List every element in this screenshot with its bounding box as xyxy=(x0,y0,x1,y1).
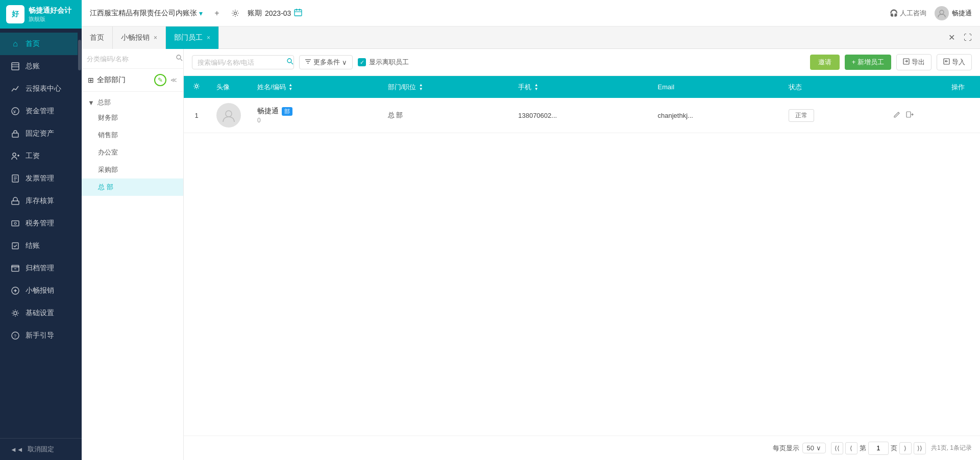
add-employee-button[interactable]: + 新增员工 xyxy=(845,55,891,70)
sidebar-scrollbar[interactable] xyxy=(78,29,82,438)
export-button[interactable]: 导出 xyxy=(896,54,932,70)
next-page-btn[interactable]: ⟩ xyxy=(899,442,912,454)
sidebar-item-archive[interactable]: 归档管理 xyxy=(0,257,78,279)
tax-icon xyxy=(10,218,20,228)
table-header-row: 头像 姓名/编码 ▲▼ 部门/职位 ▲▼ 手机 ▲▼ xyxy=(184,76,980,98)
filter-chevron-icon: ∨ xyxy=(342,59,347,66)
employee-avatar xyxy=(216,103,241,127)
tab-expand-btn[interactable]: ⛶ xyxy=(962,32,974,44)
filter-button[interactable]: 更多条件 ∨ xyxy=(299,55,353,69)
sidebar-item-guide[interactable]: ? 新手引导 xyxy=(0,324,78,347)
page-navigation: ⟨⟨ ⟨ 第 页 ⟩ ⟩⟩ xyxy=(831,442,926,455)
dept-search-icon[interactable] xyxy=(176,54,183,63)
first-page-btn[interactable]: ⟨⟨ xyxy=(831,442,843,454)
sidebar-item-tax[interactable]: 税务管理 xyxy=(0,212,78,235)
tab-expense-close[interactable]: × xyxy=(154,34,157,41)
row-name-cell: 畅捷通 部 0 xyxy=(250,98,381,133)
page-prefix-label: 第 xyxy=(860,444,866,453)
sidebar-item-home[interactable]: ⌂ 首页 xyxy=(0,33,78,55)
tab-home[interactable]: 首页 xyxy=(82,27,113,49)
sidebar-item-ledger[interactable]: 总账 xyxy=(0,55,78,78)
period-selector[interactable]: 账期 2023-03 xyxy=(248,8,302,18)
prev-page-btn[interactable]: ⟨ xyxy=(845,442,857,454)
show-resigned-checkbox[interactable]: ✓ xyxy=(358,58,366,66)
page-number-input[interactable] xyxy=(868,442,889,455)
page-size-selector: 每页显示 50 ∨ xyxy=(773,443,826,453)
sidebar-item-settings[interactable]: 基础设置 xyxy=(0,302,78,324)
th-phone[interactable]: 手机 ▲▼ xyxy=(511,76,650,98)
company-selector[interactable]: 江西服宝精品有限责任公司内账张 ▾ xyxy=(90,9,203,18)
dept-item-sales[interactable]: 销售部 xyxy=(82,126,183,144)
th-name[interactable]: 姓名/编码 ▲▼ xyxy=(250,76,381,98)
nav-label-ledger: 总账 xyxy=(26,62,40,71)
dept-collapse-btn[interactable]: ≪ xyxy=(170,76,177,84)
all-dept-label[interactable]: ⊞ 全部部门 xyxy=(88,75,150,85)
last-page-btn[interactable]: ⟩⟩ xyxy=(914,442,926,454)
sidebar-item-funds[interactable]: ¥ 资金管理 xyxy=(0,100,78,122)
toolbar-right: 邀请 + 新增员工 导出 导入 xyxy=(810,54,972,70)
dept-item-headquarters[interactable]: 总 部 xyxy=(82,178,183,196)
archive-icon xyxy=(10,263,20,273)
show-resigned-toggle[interactable]: ✓ 显示离职员工 xyxy=(358,58,409,67)
employee-status: 正常 xyxy=(789,109,814,122)
employee-search-icon[interactable] xyxy=(286,58,293,67)
nav-label-assets: 固定资产 xyxy=(26,129,54,138)
th-settings[interactable] xyxy=(184,76,209,98)
row-phone-cell: 138070602... xyxy=(511,98,650,133)
settings-icon xyxy=(10,308,20,318)
filter-label: 更多条件 xyxy=(313,58,340,67)
sidebar: 好 畅捷通好会计 旗舰版 ⌂ 首页 总账 云报表中心 xyxy=(0,0,82,460)
th-dept-label: 部门/职位 xyxy=(388,83,416,91)
sidebar-item-invoice[interactable]: 发票管理 xyxy=(0,167,78,190)
dept-item-finance[interactable]: 财务部 xyxy=(82,109,183,126)
dept-group-parent[interactable]: ▼ 总部 xyxy=(82,94,183,109)
row-status-cell: 正常 xyxy=(781,98,886,133)
th-avatar: 头像 xyxy=(209,76,250,98)
sidebar-item-reports[interactable]: 云报表中心 xyxy=(0,78,78,100)
tab-close-btn[interactable]: ✕ xyxy=(945,32,958,44)
topbar: 江西服宝精品有限责任公司内账张 ▾ + 账期 2023-03 🎧 人工咨询 xyxy=(82,0,980,27)
dept-item-office[interactable]: 办公室 xyxy=(82,144,183,161)
th-status: 状态 xyxy=(781,76,886,98)
dept-edit-button[interactable]: ✎ xyxy=(154,74,166,86)
nav-label-home: 首页 xyxy=(26,39,40,48)
dept-search-bar xyxy=(82,49,183,69)
per-page-select[interactable]: 50 ∨ xyxy=(802,443,826,453)
pagination-bar: 每页显示 50 ∨ ⟨⟨ ⟨ 第 页 ⟩ ⟩⟩ xyxy=(184,436,980,460)
svg-point-31 xyxy=(940,10,944,14)
edit-employee-icon[interactable] xyxy=(893,111,901,120)
logout-employee-icon[interactable] xyxy=(906,111,914,120)
sidebar-footer-unpin[interactable]: ◄◄ 取消固定 xyxy=(0,438,82,460)
th-phone-label: 手机 xyxy=(518,83,531,91)
table-row: 1 畅捷通 部 xyxy=(184,98,980,133)
tab-department-close[interactable]: × xyxy=(207,34,210,41)
import-button[interactable]: 导入 xyxy=(937,54,972,70)
show-resigned-label: 显示离职员工 xyxy=(369,58,409,67)
tab-expense[interactable]: 小畅报销 × xyxy=(113,27,166,49)
sidebar-item-inventory[interactable]: 库存核算 xyxy=(0,190,78,212)
th-dept[interactable]: 部门/职位 ▲▼ xyxy=(381,76,511,98)
dept-search-input[interactable] xyxy=(87,55,173,63)
support-button[interactable]: 🎧 人工咨询 xyxy=(890,9,926,18)
invite-button[interactable]: 邀请 xyxy=(810,55,840,70)
sidebar-item-payroll[interactable]: 工资 xyxy=(0,145,78,167)
tab-department[interactable]: 部门员工 × xyxy=(166,27,219,49)
sidebar-item-close[interactable]: 结账 xyxy=(0,235,78,257)
user-menu[interactable]: 畅捷通 xyxy=(935,6,972,20)
employee-table: 头像 姓名/编码 ▲▼ 部门/职位 ▲▼ 手机 ▲▼ xyxy=(184,76,980,133)
export-icon xyxy=(903,58,910,66)
add-account-icon[interactable]: + xyxy=(211,7,223,19)
sidebar-logo[interactable]: 好 畅捷通好会计 旗舰版 xyxy=(0,0,82,29)
gear-settings-icon[interactable] xyxy=(229,7,241,19)
sidebar-item-expense[interactable]: 小畅报销 xyxy=(0,279,78,302)
dept-panel: ⊞ 全部部门 ✎ ≪ ▼ 总部 财务部 销售部 办公室 采购部 总 部 xyxy=(82,49,184,460)
employee-tbody: 1 畅捷通 部 xyxy=(184,98,980,133)
dept-item-purchase[interactable]: 采购部 xyxy=(82,161,183,178)
employee-search-input[interactable] xyxy=(198,59,283,66)
invoice-icon xyxy=(10,173,20,184)
employee-name-row: 畅捷通 部 xyxy=(257,107,374,116)
per-page-label: 每页显示 xyxy=(773,444,799,453)
svg-line-33 xyxy=(181,59,183,61)
svg-point-26 xyxy=(234,12,237,14)
sidebar-item-assets[interactable]: 固定资产 xyxy=(0,122,78,145)
